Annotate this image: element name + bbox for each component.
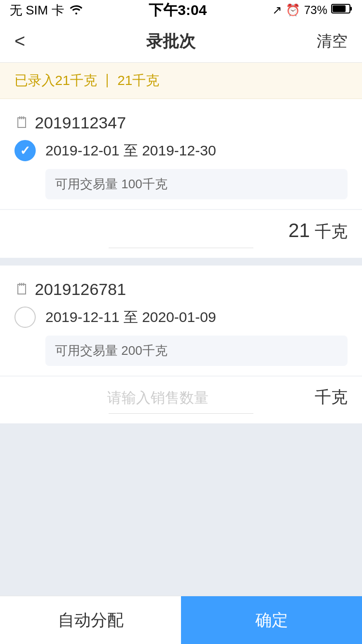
batch1-header: 🗒 2019112347 [14, 113, 348, 132]
batch1-row[interactable]: 2019-12-01 至 2019-12-30 [14, 140, 348, 161]
batch1-date-range: 2019-12-01 至 2019-12-30 [45, 141, 216, 161]
batch2-avail: 可用交易量 200千克 [45, 336, 348, 366]
status-time: 下午3:04 [149, 0, 207, 20]
recorded-label: 已录入21千克 [14, 71, 97, 90]
bottom-bar: 自动分配 确定 [0, 596, 362, 644]
clear-button[interactable]: 清空 [317, 31, 348, 52]
wifi-icon [69, 3, 84, 18]
banner-divider [107, 74, 108, 87]
doc-icon-1: 🗒 [14, 114, 30, 132]
location-icon: ↗ [272, 3, 282, 17]
quantity-input[interactable] [213, 390, 310, 406]
status-left: 无 SIM 卡 [10, 2, 84, 19]
amount-value: 21 [289, 220, 310, 241]
battery-icon [331, 3, 352, 17]
section-divider [0, 258, 362, 266]
back-button[interactable]: < [14, 31, 25, 52]
recorded-value: 21千克 [117, 71, 159, 90]
svg-rect-1 [350, 7, 352, 11]
amount-section: 21 千克 [0, 210, 362, 258]
page-title: 录批次 [146, 30, 195, 53]
batch2-radio[interactable] [14, 307, 36, 328]
nav-bar: < 录批次 清空 [0, 20, 362, 63]
no-sim-text: 无 SIM 卡 [10, 2, 64, 19]
input-unit: 千克 [315, 386, 348, 408]
batch1-avail: 可用交易量 100千克 [45, 169, 348, 199]
input-row: 请输入销售数量 千克 [14, 381, 348, 413]
svg-rect-2 [333, 5, 346, 12]
batch1-radio[interactable] [14, 140, 36, 161]
battery-text: 73% [304, 3, 327, 17]
input-placeholder: 请输入销售数量 [107, 388, 209, 408]
batch1-number: 2019112347 [35, 113, 126, 132]
amount-unit: 千克 [315, 221, 348, 243]
status-bar: 无 SIM 卡 下午3:04 ↗ ⏰ 73% [0, 0, 362, 20]
batch2-header: 🗒 2019126781 [14, 280, 348, 299]
batch2-date-range: 2019-12-11 至 2020-01-09 [45, 308, 216, 327]
status-right: ↗ ⏰ 73% [272, 3, 352, 17]
batch2-number: 2019126781 [35, 280, 126, 299]
batch1-card: 🗒 2019112347 2019-12-01 至 2019-12-30 可用交… [0, 99, 362, 209]
input-section: 请输入销售数量 千克 [0, 377, 362, 423]
alarm-icon: ⏰ [286, 3, 300, 17]
confirm-button[interactable]: 确定 [181, 596, 362, 644]
batch2-row[interactable]: 2019-12-11 至 2020-01-09 [14, 307, 348, 328]
info-banner: 已录入21千克 21千克 [0, 63, 362, 99]
doc-icon-2: 🗒 [14, 280, 30, 298]
batch2-card: 🗒 2019126781 2019-12-11 至 2020-01-09 可用交… [0, 266, 362, 376]
amount-row: 21 千克 [14, 215, 348, 248]
auto-distribute-button[interactable]: 自动分配 [0, 596, 181, 644]
